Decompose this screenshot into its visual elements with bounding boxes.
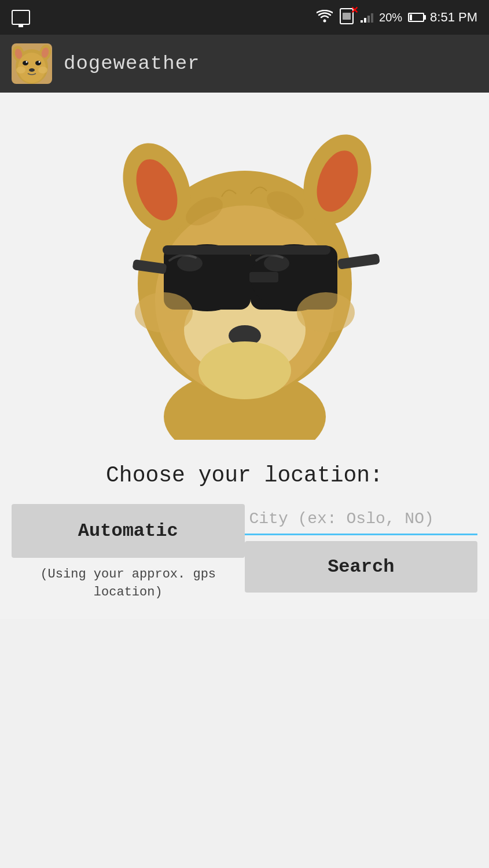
status-bar-right: ✕ 20% 8:51 PM (317, 8, 477, 27)
battery-icon (408, 13, 424, 22)
city-input-wrapper (245, 504, 478, 535)
svg-point-34 (177, 255, 203, 271)
gps-note: (Using your approx. gps location) (12, 566, 245, 602)
status-bar: ✕ 20% 8:51 PM (0, 0, 489, 35)
battery-percent: 20% (379, 11, 402, 24)
choose-location-title: Choose your location: (12, 463, 477, 488)
main-content: Choose your location: Automatic (Using y… (0, 93, 489, 619)
svg-point-14 (16, 67, 25, 73)
title-bar: dogeweather (0, 35, 489, 93)
svg-point-13 (29, 68, 35, 72)
location-section: Choose your location: Automatic (Using y… (0, 451, 489, 619)
svg-point-15 (38, 67, 47, 73)
doge-image (94, 104, 395, 440)
svg-point-10 (35, 61, 41, 65)
location-controls: Automatic (Using your approx. gps locati… (12, 504, 477, 602)
svg-point-12 (39, 61, 41, 63)
app-logo (12, 43, 52, 84)
svg-point-9 (23, 61, 28, 65)
search-button[interactable]: Search (245, 541, 478, 593)
svg-rect-2 (343, 13, 351, 20)
sim-card-icon: ✕ (340, 8, 354, 27)
city-input[interactable] (249, 510, 473, 528)
screen-icon (12, 10, 30, 25)
app-title: dogeweather (64, 53, 200, 75)
wifi-icon (317, 10, 333, 25)
doge-image-container (0, 93, 489, 451)
status-bar-left (12, 10, 30, 25)
right-panel: Search (245, 504, 478, 602)
svg-point-11 (26, 61, 28, 63)
sim-x-icon: ✕ (351, 5, 358, 16)
left-panel: Automatic (Using your approx. gps locati… (12, 504, 245, 602)
svg-point-0 (323, 19, 326, 22)
svg-point-35 (264, 255, 289, 271)
automatic-button[interactable]: Automatic (12, 504, 245, 558)
svg-point-38 (135, 292, 193, 333)
signal-bars-icon (361, 12, 373, 23)
svg-rect-36 (163, 245, 330, 255)
svg-rect-31 (249, 272, 278, 282)
status-time: 8:51 PM (430, 10, 477, 25)
svg-point-40 (198, 341, 291, 399)
svg-point-39 (297, 292, 355, 333)
